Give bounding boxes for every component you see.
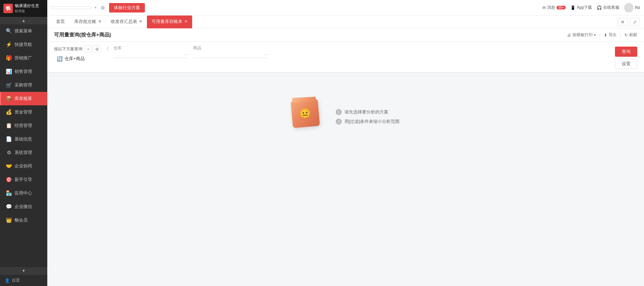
footer-label: 设置 [12,278,20,283]
sidebar: 畅 畅康通好生意 标准版 ▲ 🔍 搜索菜单 ⚡ 快捷导航 🎁 营销推广 📊 销售… [0,0,47,286]
sidebar-item-label: 畅会员 [15,217,28,223]
headset-icon: 🎧 [597,5,602,10]
gear-icon: ⚙ [6,150,12,156]
sidebar-item-label: 资金管理 [15,109,32,115]
export-label: 导出 [609,32,617,38]
sidebar-item-sales[interactable]: 📊 销售管理 [0,65,47,78]
target-icon: 🎯 [6,177,12,183]
sidebar-item-purchase[interactable]: 🛒 采购管理 [0,78,47,92]
warehouse-label: 仓库 [113,45,188,51]
export-action[interactable]: ⬇ 导出 [604,32,617,38]
settings-button[interactable]: 设置 [615,59,637,69]
goods-more-btn[interactable]: ··· [264,52,267,57]
message-label: 消息 [547,5,555,10]
print-dropdown-icon[interactable]: ▾ [594,33,596,37]
wechat-icon: 💬 [6,204,12,210]
user-icon: 👤 [5,278,10,283]
topbar-search[interactable] [51,6,92,9]
sidebar-item-cooperation[interactable]: 🤝 企业协同 [0,159,47,173]
tabs-bar: 首页 库存批次账 ✕ 收发存汇总表 ✕ 可用量库存账本 ✕ ✕ ⤢ [47,16,644,28]
sidebar-item-inventory[interactable]: 📦 库存核算 [0,92,47,105]
sidebar-item-enterprise-wechat[interactable]: 💬 企业微信 [0,200,47,213]
tab-expand-button[interactable]: ⤢ [630,18,640,26]
sidebar-item-label: 系统管理 [15,150,32,156]
sidebar-item-operations[interactable]: 📋 经营管理 [0,119,47,132]
sidebar-item-app-center[interactable]: 🏪 应用中心 [0,186,47,200]
topbar-actions: ✉ 消息 99+ 📱 App下载 🎧 在线客服 Rit [542,3,640,12]
goods-label: 商品 [193,45,267,51]
sidebar-footer[interactable]: 👤 设置 [0,275,47,286]
app-title: 畅康通好生意 [15,3,39,9]
sidebar-item-marketing[interactable]: 🎁 营销推广 [0,51,47,65]
app-download-label: App下载 [577,5,592,10]
empty-tip-2-text: 用[过滤]条件来缩小分析范围 [344,119,400,125]
tab-recv-close[interactable]: ✕ [139,19,142,24]
tab-recv-label: 收发存汇总表 [111,19,137,25]
sidebar-header: 畅 畅康通好生意 标准版 [0,0,47,17]
tab-available-close[interactable]: ✕ [184,19,187,24]
filter-scheme-label: 按以下方案查询 [54,46,82,52]
sidebar-item-label: 库存核算 [15,96,32,102]
page-actions: 🖨 按模板打印 ▾ | ⬇ 导出 | ↻ 刷新 [567,32,637,38]
tab-available-ledger[interactable]: 可用量库存账本 ✕ [147,16,192,28]
filter-fields: 仓库 ··· 商品 ··· [113,45,612,58]
sidebar-item-shortcut[interactable]: ⚡ 快捷导航 [0,38,47,51]
page-title: 可用量查询(按仓库+商品) [54,32,111,38]
sidebar-item-basic-info[interactable]: 📄 基础信息 [0,132,47,146]
filter-field-warehouse: 仓库 ··· [113,45,188,58]
sidebar-item-finance[interactable]: 💰 资金管理 [0,105,47,119]
warehouse-input[interactable] [113,52,182,57]
empty-illustration: 😐 [292,100,326,134]
username: Rit [635,5,640,10]
industry-solution-button[interactable]: 体验行业方案 [109,3,145,12]
search-icon: 🔍 [6,28,12,34]
sidebar-item-label: 企业微信 [15,204,32,210]
sidebar-item-label: 快捷导航 [15,42,32,48]
export-icon: ⬇ [604,33,607,37]
sidebar-scroll-down[interactable]: ▼ [0,267,47,275]
add-scheme-button[interactable]: + [84,45,92,53]
topbar-gear-icon[interactable]: ⚙ [99,5,106,10]
money-icon: 💰 [6,109,12,115]
user-profile[interactable]: Rit [624,3,640,12]
warehouse-more-btn[interactable]: ··· [184,52,188,57]
refresh-action[interactable]: ↻ 刷新 [624,32,637,38]
query-button[interactable]: 查询 [615,47,637,57]
tab-close-button[interactable]: ✕ [618,18,628,26]
cart-icon: 🛒 [6,82,12,88]
sidebar-item-member[interactable]: 👑 畅会员 [0,213,47,227]
sidebar-item-label: 营销推广 [15,55,32,61]
message-action[interactable]: ✉ 消息 99+ [542,5,566,10]
filter-action-buttons: 查询 设置 [615,45,637,69]
sidebar-item-label: 采购管理 [15,82,32,88]
filter-collapse-button[interactable]: 《 [103,46,110,52]
goods-input-wrap: ··· [193,52,267,58]
scheme-item-label: 仓库+商品 [65,56,85,62]
filter-scheme-header: 按以下方案查询 + ⊕ 《 [54,45,110,53]
tab-home[interactable]: 首页 [51,16,70,28]
settings-scheme-button[interactable]: ⊕ [93,45,101,53]
filter-scheme-buttons: + ⊕ [84,45,101,53]
warehouse-input-wrap: ··· [113,52,188,58]
sidebar-item-label: 新手引导 [15,177,32,183]
filter-panel: 按以下方案查询 + ⊕ 《 🔄 仓库+商品 仓库 · [47,42,644,73]
sidebar-item-newbie[interactable]: 🎯 新手引导 [0,173,47,186]
topbar-dropdown[interactable]: ▾ [95,5,97,10]
empty-tips: 1 请先选择要分析的方案 2 用[过滤]条件来缩小分析范围 [336,109,400,125]
sidebar-item-search[interactable]: 🔍 搜索菜单 [0,24,47,38]
app-download-action[interactable]: 📱 App下载 [570,5,592,10]
sidebar-logo: 畅 [3,4,13,13]
store-icon: 🏪 [6,190,12,196]
scheme-item-warehouse-goods[interactable]: 🔄 仓库+商品 [54,54,110,63]
tab-batch-close[interactable]: ✕ [98,19,101,24]
sidebar-item-label: 经营管理 [15,123,32,129]
print-action[interactable]: 🖨 按模板打印 ▾ [567,32,596,38]
gift-icon: 🎁 [6,55,12,61]
tab-batch-account[interactable]: 库存批次账 ✕ [70,16,106,28]
goods-input[interactable] [193,52,262,57]
online-service-action[interactable]: 🎧 在线客服 [597,5,619,10]
tab-recv-summary[interactable]: 收发存汇总表 ✕ [106,16,147,28]
message-badge: 99+ [557,6,566,9]
sidebar-scroll-up[interactable]: ▲ [0,17,47,24]
sidebar-item-system[interactable]: ⚙ 系统管理 [0,146,47,159]
